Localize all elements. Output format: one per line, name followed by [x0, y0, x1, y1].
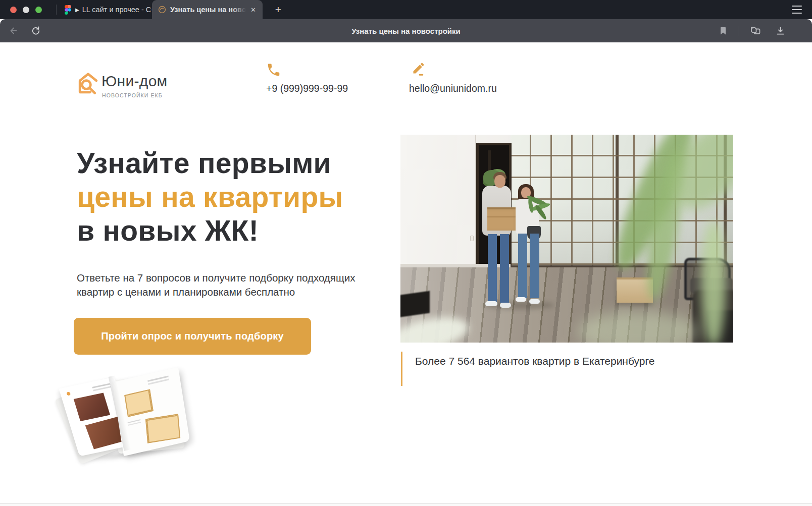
photo-man-jeans	[488, 234, 509, 303]
magazine-text-lines	[147, 376, 168, 382]
photo-woman-jeans	[518, 234, 539, 298]
magazine-text-lines	[128, 419, 141, 423]
photo-side-table	[400, 291, 430, 318]
photo-man-shoe	[500, 303, 511, 308]
hero-subtitle: Ответьте на 7 вопросов и получите подбор…	[77, 271, 367, 299]
close-tab-icon[interactable]: ✕	[249, 6, 258, 14]
tab-figma-project[interactable]: ▶ LL сайт и прочее - CO	[60, 0, 151, 19]
divider	[738, 26, 738, 36]
take-survey-button[interactable]: Пройти опрос и получить подборку	[74, 318, 311, 355]
site-favicon-icon	[158, 6, 166, 14]
logo-house-icon[interactable]	[75, 71, 100, 98]
photo-woman-shoe	[516, 297, 526, 302]
minimize-window-button[interactable]	[23, 7, 29, 13]
hero-heading: Узнайте первымицены на квартирыв новых Ж…	[77, 146, 343, 248]
close-window-button[interactable]	[10, 7, 17, 13]
magazine-text-lines	[92, 383, 110, 388]
hero-photo	[400, 135, 733, 343]
magazine-logo-dot	[66, 391, 71, 396]
play-icon: ▶	[75, 7, 79, 13]
catalog-mockup-image	[65, 370, 194, 461]
overlapping-windows-icon[interactable]	[749, 25, 762, 37]
window-bottom-edge	[0, 503, 812, 506]
back-icon[interactable]	[8, 25, 19, 36]
window-controls	[10, 7, 42, 13]
hero-heading-line3: в новых ЖК!	[77, 214, 343, 248]
photo-caption: Более 7 564 вариантов квартир в Екатерин…	[415, 355, 654, 367]
caption-accent-bar	[401, 352, 402, 386]
reload-icon[interactable]	[30, 26, 41, 36]
figma-icon	[65, 5, 71, 15]
menu-icon[interactable]	[792, 6, 802, 14]
logo-name[interactable]: Юни-дом	[102, 73, 168, 90]
new-tab-button[interactable]: +	[271, 2, 286, 17]
webpage-content: Юни-дом НОВОСТРОЙКИ ЕКБ +9 (999)999-99-9…	[0, 42, 812, 503]
tab-preview-active[interactable]: Узнать цены на новос ✕	[152, 0, 263, 19]
phone-icon	[266, 63, 281, 80]
divider	[56, 5, 57, 15]
hero-heading-line2: цены на квартиры	[77, 180, 343, 214]
photo-foliage	[701, 220, 726, 343]
browser-window: ▶ LL сайт и прочее - CO Узнать цены на н…	[0, 0, 812, 506]
photo-woman-shoe	[529, 299, 540, 304]
floor-plan-graphic	[124, 389, 154, 417]
logo-tagline: НОВОСТРОЙКИ ЕКБ	[102, 92, 163, 98]
browser-toolbar: Узнать цены на новостройки	[0, 19, 812, 42]
hero-heading-line1: Узнайте первыми	[77, 146, 343, 180]
pencil-icon	[412, 63, 426, 79]
bookmark-icon[interactable]	[718, 26, 728, 36]
magazine-photo	[74, 392, 110, 421]
email-address[interactable]: hello@uniunidom.ru	[409, 83, 497, 94]
zoom-window-button[interactable]	[35, 7, 42, 13]
photo-outlet	[470, 236, 474, 241]
phone-number[interactable]: +9 (999)999-99-99	[266, 83, 348, 94]
download-icon[interactable]	[775, 26, 786, 36]
tab-label: LL сайт и прочее - CO	[82, 6, 151, 14]
page-title: Узнать цены на новостройки	[351, 27, 461, 35]
floor-plan-graphic	[145, 414, 180, 443]
tab-bar: ▶ LL сайт и прочее - CO Узнать цены на н…	[0, 0, 812, 19]
photo-man-shoe	[485, 301, 497, 306]
photo-man-face	[494, 175, 505, 188]
tab-label: Узнать цены на новос	[170, 6, 246, 14]
